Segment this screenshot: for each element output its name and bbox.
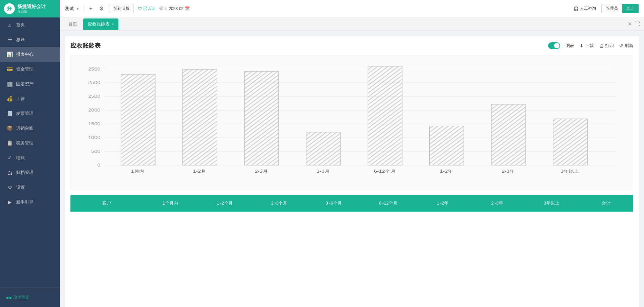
report-actions: 图表 ⬇ 下载 🖨 打印 ↺ 刷新 — [548, 42, 633, 49]
print-button[interactable]: 🖨 打印 — [599, 43, 614, 49]
sidebar-item-tax[interactable]: 📋 税务管理 — [0, 136, 60, 150]
sidebar-item-home[interactable]: ⌂ 首页 — [0, 17, 60, 32]
report-title: 应收账龄表 — [70, 42, 101, 50]
refresh-icon: ↺ — [619, 43, 623, 48]
salary-icon: 💰 — [7, 96, 13, 102]
col-3-6month: 3~6个月 — [307, 195, 361, 212]
tabbar-right: ✕ ⛶ — [628, 21, 640, 27]
settings-button[interactable]: ⚙ — [98, 4, 105, 13]
col-1-2year: 1~2年 — [415, 195, 470, 212]
svg-text:6-12个月: 6-12个月 — [374, 169, 395, 174]
svg-text:3-6月: 3-6月 — [316, 169, 329, 174]
col-1month: 1个月内 — [143, 195, 198, 212]
calendar-icon[interactable]: 📅 — [185, 6, 190, 11]
home-icon: ⌂ — [7, 22, 13, 28]
accountant-button[interactable]: 会计 — [622, 4, 639, 13]
svg-text:2-3月: 2-3月 — [255, 169, 268, 174]
svg-text:0: 0 — [97, 163, 100, 168]
sidebar-nav: ⌂ 首页 ☰ 总账 📊 报表中心 💳 资金管理 🏢 固定资产 💰 工资 🧾 发票… — [0, 17, 60, 288]
sidebar-item-settings[interactable]: ⚙ 设置 — [0, 180, 60, 195]
svg-text:1-2年: 1-2年 — [440, 169, 453, 174]
settings-icon: ⚙ — [7, 184, 13, 190]
ledger-icon: ☰ — [7, 37, 13, 43]
report-header: 应收账龄表 图表 ⬇ 下载 🖨 打印 — [70, 42, 633, 50]
app-logo-icon: 好 — [4, 3, 15, 14]
topbar-divider-1 — [84, 5, 84, 12]
svg-rect-31 — [553, 119, 587, 165]
topbar: 测试 ▼ + ⚙ 切到旧版 🛡 已认证 账期 2023-02 📅 🎧 人工咨询 … — [60, 0, 644, 17]
sidebar-item-reports[interactable]: 📊 报表中心 — [0, 47, 60, 62]
pin-icon: ◀◀ — [5, 295, 11, 300]
main-content: 测试 ▼ + ⚙ 切到旧版 🛡 已认证 账期 2023-02 📅 🎧 人工咨询 … — [60, 0, 644, 307]
table-header: 客户 1个月内 1~2个月 2~3个月 3~6个月 6~12个月 1~2年 2~… — [70, 195, 633, 212]
refresh-button[interactable]: ↺ 刷新 — [619, 43, 633, 49]
chevron-down-icon: ▼ — [76, 7, 79, 11]
consult-button[interactable]: 🎧 人工咨询 — [574, 6, 596, 11]
invoice-icon: 🧾 — [7, 111, 13, 117]
report-container: 应收账龄表 图表 ⬇ 下载 🖨 打印 — [65, 36, 639, 307]
svg-text:1500: 1500 — [88, 122, 100, 126]
add-button[interactable]: + — [88, 4, 94, 13]
tab-home[interactable]: 首页 — [64, 18, 82, 30]
project-selector[interactable]: 测试 ▼ — [65, 6, 79, 12]
period-display: 账期 2023-02 📅 — [159, 6, 190, 11]
sidebar-item-archive[interactable]: 🗂 归档管理 — [0, 165, 60, 180]
tab-accounts-aging[interactable]: 应收账龄表 × — [83, 18, 118, 30]
inventory-icon: 📦 — [7, 125, 13, 131]
sidebar-item-capital[interactable]: 💳 资金管理 — [0, 62, 60, 77]
sidebar-item-ledger[interactable]: ☰ 总账 — [0, 32, 60, 47]
cancel-fixed-button[interactable]: ◀◀ 取消固定 — [0, 291, 60, 304]
svg-text:1-2月: 1-2月 — [193, 169, 206, 174]
topbar-right: 🎧 人工咨询 管理员 会计 — [574, 4, 639, 13]
svg-rect-25 — [368, 66, 402, 165]
sidebar-item-inventory[interactable]: 📦 进销台账 — [0, 121, 60, 136]
expand-button[interactable]: ⛶ — [635, 21, 640, 27]
chart-area: 2500 2500 2500 2000 1500 1000 500 0 — [70, 55, 633, 189]
download-icon: ⬇ — [580, 43, 584, 48]
sidebar: 好 畅捷通好会计 专业版 ⌂ 首页 ☰ 总账 📊 报表中心 💳 资金管理 🏢 固… — [0, 0, 60, 307]
sidebar-item-assets[interactable]: 🏢 固定资产 — [0, 77, 60, 91]
sidebar-item-guide[interactable]: ▶ 新手引导 — [0, 195, 60, 210]
assets-icon: 🏢 — [7, 81, 13, 87]
svg-text:1月内: 1月内 — [131, 169, 145, 174]
chart-toggle-label: 图表 — [566, 43, 574, 49]
tax-icon: 📋 — [7, 140, 13, 146]
certified-badge: 🛡 已认证 — [138, 6, 155, 11]
svg-rect-29 — [491, 104, 526, 165]
svg-text:500: 500 — [91, 149, 100, 154]
svg-text:2500: 2500 — [88, 67, 100, 72]
svg-rect-17 — [121, 75, 155, 165]
page-body: 应收账龄表 图表 ⬇ 下载 🖨 打印 — [60, 31, 644, 307]
chart-toggle[interactable] — [548, 42, 560, 49]
close-window-button[interactable]: ✕ — [628, 21, 632, 27]
sidebar-item-settlement[interactable]: ✓ 结账 — [0, 150, 60, 165]
col-6-12month: 6~12个月 — [361, 195, 415, 212]
svg-text:2500: 2500 — [88, 94, 100, 99]
col-2-3year: 2~3年 — [470, 195, 524, 212]
sidebar-item-invoice[interactable]: 🧾 发票管理 — [0, 106, 60, 121]
svg-text:2-3年: 2-3年 — [502, 169, 515, 174]
tabbar: 首页 应收账龄表 × ✕ ⛶ — [60, 17, 644, 31]
manager-button[interactable]: 管理员 — [601, 4, 622, 13]
sidebar-item-salary[interactable]: 💰 工资 — [0, 91, 60, 106]
col-2-3month: 2~3个月 — [252, 195, 306, 212]
print-icon: 🖨 — [599, 43, 604, 48]
archive-icon: 🗂 — [7, 170, 13, 176]
settlement-icon: ✓ — [7, 155, 13, 161]
download-button[interactable]: ⬇ 下载 — [580, 43, 594, 49]
svg-rect-21 — [245, 72, 279, 165]
svg-rect-23 — [306, 132, 340, 165]
svg-text:3年以上: 3年以上 — [560, 169, 580, 174]
tab-close-icon[interactable]: × — [112, 22, 114, 26]
certified-icon: 🛡 — [138, 6, 142, 11]
guide-icon: ▶ — [7, 199, 13, 205]
bar-chart: 2500 2500 2500 2000 1500 1000 500 0 — [77, 62, 626, 182]
switch-old-button[interactable]: 切到旧版 — [109, 4, 134, 13]
svg-text:2500: 2500 — [88, 80, 100, 85]
svg-rect-27 — [430, 126, 464, 165]
col-1-2month: 1~2个月 — [198, 195, 252, 212]
app-logo-text: 畅捷通好会计 专业版 — [17, 4, 46, 14]
col-total: 合计 — [579, 195, 633, 212]
svg-rect-19 — [183, 69, 217, 165]
user-buttons: 管理员 会计 — [601, 4, 639, 13]
